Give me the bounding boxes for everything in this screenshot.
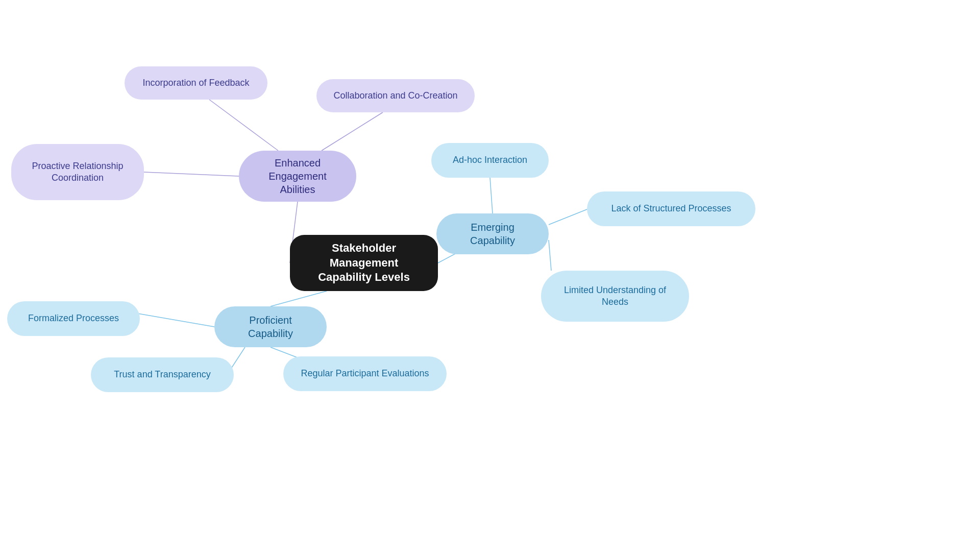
adhoc-node: Ad-hoc Interaction: [431, 143, 549, 178]
limited-understanding-label: Limited Understanding of Needs: [564, 284, 666, 308]
regular-label: Regular Participant Evaluations: [301, 368, 429, 379]
trust-node: Trust and Transparency: [91, 357, 234, 392]
svg-line-7: [549, 240, 551, 271]
svg-line-6: [549, 209, 587, 225]
emerging-label: Emerging Capability: [451, 221, 534, 247]
svg-line-5: [490, 178, 493, 213]
enhanced-node: Enhanced Engagement Abilities: [239, 151, 356, 202]
proficient-label: Proficient Capability: [229, 314, 312, 340]
proactive-label: Proactive Relationship Coordination: [32, 160, 123, 184]
lack-structured-node: Lack of Structured Processes: [587, 191, 755, 226]
svg-line-1: [209, 100, 278, 151]
incorporation-label: Incorporation of Feedback: [142, 77, 249, 89]
center-label: Stakeholder Management Capability Levels: [304, 241, 424, 285]
limited-understanding-node: Limited Understanding of Needs: [541, 271, 689, 322]
enhanced-label: Enhanced Engagement Abilities: [253, 156, 342, 196]
adhoc-label: Ad-hoc Interaction: [453, 154, 527, 166]
incorporation-node: Incorporation of Feedback: [125, 66, 267, 100]
collaboration-label: Collaboration and Co-Creation: [333, 90, 457, 102]
formalized-node: Formalized Processes: [7, 301, 140, 336]
svg-line-3: [322, 112, 383, 151]
svg-line-9: [138, 314, 214, 327]
proactive-node: Proactive Relationship Coordination: [11, 144, 144, 200]
formalized-label: Formalized Processes: [28, 312, 119, 324]
collaboration-node: Collaboration and Co-Creation: [316, 79, 475, 112]
lack-structured-label: Lack of Structured Processes: [611, 203, 731, 214]
svg-line-8: [271, 291, 327, 306]
svg-line-2: [144, 172, 239, 176]
center-node: Stakeholder Management Capability Levels: [290, 235, 438, 291]
regular-node: Regular Participant Evaluations: [283, 356, 447, 391]
trust-label: Trust and Transparency: [114, 369, 210, 380]
proficient-node: Proficient Capability: [214, 306, 327, 347]
emerging-node: Emerging Capability: [436, 213, 549, 254]
